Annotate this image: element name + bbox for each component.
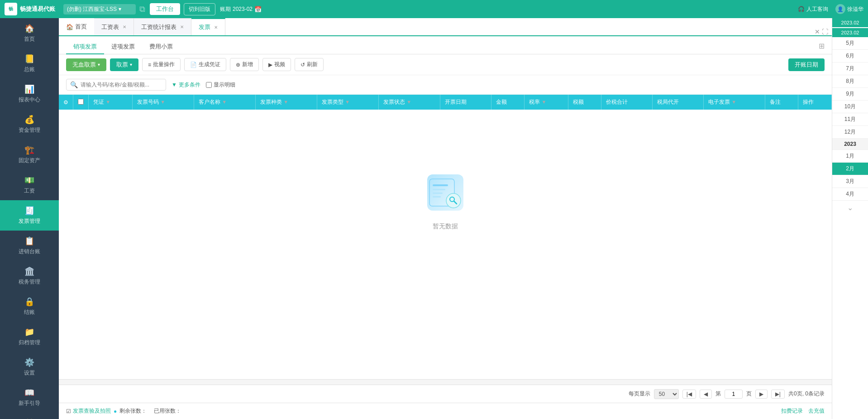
last-page-button[interactable]: ▶| — [771, 390, 785, 399]
tab-expand-icon[interactable]: ⛶ — [822, 28, 828, 35]
th-e-invoice: 电子发票 ▼ — [703, 95, 765, 110]
new-button[interactable]: ⊕ 新增 — [230, 58, 259, 71]
empty-icon — [427, 174, 463, 211]
svg-rect-2 — [433, 189, 445, 190]
table-head: ⚙ 凭证 ▼ 发票号码 ▼ — [59, 95, 832, 110]
sidebar-label-close: 结账 — [24, 308, 35, 316]
th-invoice-category-filter-icon[interactable]: ▼ — [345, 99, 350, 105]
date-item-10m[interactable]: 10月 — [832, 101, 868, 113]
tab-invoice-close-icon[interactable]: ✕ — [214, 25, 218, 30]
th-invoice-type-filter-icon[interactable]: ▼ — [283, 99, 288, 105]
user-item[interactable]: 👤 徐溢华 — [835, 4, 863, 14]
th-voucher-filter-icon[interactable]: ▼ — [105, 99, 110, 105]
show-detail-checkbox[interactable] — [206, 82, 212, 88]
th-settings[interactable]: ⚙ — [59, 95, 73, 110]
date-item-11m[interactable]: 11月 — [832, 113, 868, 126]
next-page-button[interactable]: ▶ — [755, 390, 768, 399]
date-panel-bottom-icon[interactable]: ⌄ — [832, 201, 868, 215]
tax-icon: 🏛️ — [24, 266, 34, 276]
tab-salary-stats[interactable]: 工资统计报表 ✕ — [134, 18, 191, 35]
avatar-icon: 👤 — [835, 4, 845, 14]
search-input[interactable] — [81, 82, 162, 88]
support-item[interactable]: 🎧 人工客询 — [798, 5, 828, 13]
remaining-label: 剩余张数： — [119, 407, 147, 415]
tab-stats-close-icon[interactable]: ✕ — [180, 24, 184, 29]
switch-button[interactable]: 切到旧版 — [184, 3, 215, 15]
date-item-9m[interactable]: 9月 — [832, 88, 868, 101]
refresh-button[interactable]: ↺ 刷新 — [295, 58, 324, 71]
support-label: 人工客询 — [806, 5, 828, 13]
date-item-12m[interactable]: 12月 — [832, 126, 868, 139]
tab-salary-close-icon[interactable]: ✕ — [123, 24, 126, 29]
used-label: 已用张数： — [154, 407, 181, 415]
date-panel-header-1: 2023.02 — [832, 18, 868, 27]
recharge-link[interactable]: 去充值 — [808, 407, 825, 415]
headset-icon: 🎧 — [798, 6, 805, 12]
more-conditions-button[interactable]: ▼ 更多条件 — [172, 81, 200, 89]
gen-voucher-button[interactable]: 📄 生成凭证 — [184, 58, 226, 71]
th-e-invoice-filter-icon[interactable]: ▼ — [731, 99, 736, 105]
settings-icon: ⚙️ — [24, 357, 34, 367]
tab-close-all-icon[interactable]: ✕ — [815, 28, 820, 35]
sidebar-item-report[interactable]: 📊 报表中心 — [0, 79, 59, 109]
per-page-select[interactable]: 50 100 200 — [654, 389, 679, 399]
tab-invoice[interactable]: 发票 ✕ — [191, 18, 225, 35]
first-page-button[interactable]: |◀ — [682, 390, 696, 399]
salary-icon: 💵 — [24, 175, 34, 185]
top-bar: 畅 畅捷通易代账 (勿删) 江西服宝-LSS ▾ ⧉ 工作台 切到旧版 账期 2… — [0, 0, 868, 18]
sub-tab-sales[interactable]: 销项发票 — [66, 40, 104, 54]
th-invoice-status-filter-icon[interactable]: ▼ — [406, 99, 411, 105]
sidebar-item-sales[interactable]: 📋 进销台账 — [0, 231, 59, 261]
sidebar-label-archive: 归档管理 — [19, 339, 40, 347]
th-customer-filter-icon[interactable]: ▼ — [222, 99, 227, 105]
sidebar-item-invoice[interactable]: 🧾 发票管理 — [0, 200, 59, 231]
sidebar-item-tax[interactable]: 🏛️ 税务管理 — [0, 261, 59, 291]
batch-ops-button[interactable]: ≡ 批量操作 — [142, 58, 181, 71]
th-invoice-category: 发票类型 ▼ — [317, 95, 378, 110]
sidebar-item-fixed[interactable]: 🏗️ 固定资产 — [0, 140, 59, 170]
workbench-button[interactable]: 工作台 — [150, 3, 180, 15]
sidebar-item-archive[interactable]: 📁 归档管理 — [0, 322, 59, 352]
sidebar-item-close[interactable]: 🔒 结账 — [0, 291, 59, 322]
sidebar-item-guide[interactable]: 📖 新手引导 — [0, 382, 59, 413]
date-item-5m[interactable]: 5月 — [832, 37, 868, 50]
sidebar-item-salary[interactable]: 💵 工资 — [0, 170, 59, 200]
check-all[interactable] — [78, 99, 84, 105]
table-view-icon[interactable]: ⊞ — [819, 42, 825, 52]
page-input[interactable] — [725, 390, 743, 399]
ticket-button[interactable]: 取票 ▾ — [110, 58, 138, 71]
verify-link[interactable]: 发票查验及拍照 — [73, 407, 111, 415]
date-item-7m[interactable]: 7月 — [832, 63, 868, 75]
home-tab-icon: 🏠 — [66, 24, 73, 30]
scrollbar-area[interactable] — [59, 379, 832, 385]
add-record-link[interactable]: 扣费记录 — [781, 407, 803, 415]
sidebar-item-home[interactable]: 🏠 首页 — [0, 18, 59, 48]
sidebar-item-ledger[interactable]: 📒 总账 — [0, 48, 59, 79]
sub-tab-expense[interactable]: 费用小票 — [142, 40, 180, 54]
date-item-1m-2023[interactable]: 1月 — [832, 150, 868, 163]
open-date-button[interactable]: 开账日期 — [788, 58, 825, 71]
th-tax-rate-filter-icon[interactable]: ▼ — [541, 99, 546, 105]
video-button[interactable]: ▶ 视频 — [262, 58, 291, 71]
date-item-3m-2023[interactable]: 3月 — [832, 175, 868, 188]
th-check[interactable] — [73, 95, 89, 110]
date-item-4m-2023[interactable]: 4月 — [832, 188, 868, 201]
tab-salary-table[interactable]: 工资表 ✕ — [94, 18, 134, 35]
date-item-2m-2023[interactable]: 2月 — [832, 163, 868, 175]
sidebar-label-guide: 新手引导 — [19, 400, 40, 407]
show-detail-label[interactable]: 显示明细 — [206, 81, 235, 89]
prev-page-button[interactable]: ◀ — [700, 390, 712, 399]
sidebar-item-member[interactable]: 👑 畅会员 — [0, 413, 59, 419]
sub-tab-purchase[interactable]: 进项发票 — [104, 40, 142, 54]
company-selector[interactable]: (勿删) 江西服宝-LSS ▾ — [63, 4, 136, 14]
date-item-8m[interactable]: 8月 — [832, 75, 868, 88]
user-name: 徐溢华 — [847, 5, 863, 13]
sidebar-item-settings[interactable]: ⚙️ 设置 — [0, 352, 59, 382]
no-ticket-button[interactable]: 无血取票 ▾ — [66, 58, 106, 71]
tab-home[interactable]: 🏠 首页 — [59, 18, 94, 35]
th-invoice-no-filter-icon[interactable]: ▼ — [160, 99, 165, 105]
data-table: ⚙ 凭证 ▼ 发票号码 ▼ — [59, 95, 832, 110]
date-item-6m[interactable]: 6月 — [832, 50, 868, 63]
sidebar-item-fund[interactable]: 💰 资金管理 — [0, 109, 59, 140]
sidebar-label-tax: 税务管理 — [19, 278, 40, 286]
